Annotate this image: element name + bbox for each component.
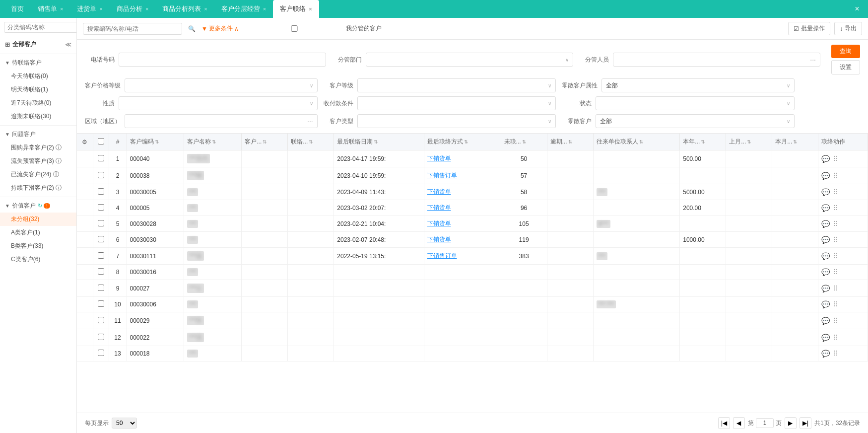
this-year-col-header[interactable]: 本年... ⇅ (680, 134, 726, 150)
page-size-select[interactable]: 50 100 200 (112, 418, 137, 429)
contact-col-header[interactable]: 联络... ⇅ (288, 134, 334, 150)
menu-icon[interactable]: ⠿ (833, 188, 838, 196)
sidebar-item-churn-warn[interactable]: 流失预警客户(3) ⓘ (0, 154, 76, 168)
row-checkbox[interactable] (93, 312, 109, 329)
cust-type-select[interactable]: ∨ (357, 114, 556, 128)
menu-icon[interactable]: ⠿ (833, 252, 838, 260)
retail-cust-select[interactable]: 全部∨ (596, 114, 795, 128)
price-level-select[interactable]: ∨ (125, 78, 318, 92)
sidebar-item-groupB[interactable]: B类客户(33) (0, 239, 76, 253)
reset-button[interactable]: 设置 (831, 60, 860, 74)
row-last-method[interactable] (424, 280, 501, 297)
refresh-icon[interactable]: ↻ (38, 203, 42, 209)
search-icon[interactable]: 🔍 (188, 25, 196, 32)
row-checkbox[interactable] (93, 248, 109, 265)
row-check[interactable] (98, 252, 104, 259)
search-input[interactable] (83, 23, 182, 35)
batch-ops-button[interactable]: ☑ 批量操作 (788, 22, 830, 35)
sidebar-value-group[interactable]: ▼ 价值客户 ↻ ! (0, 199, 76, 213)
close-product-analysis-icon[interactable]: × (145, 6, 148, 12)
nav-customer-segment[interactable]: 客户分层经营 × (214, 0, 273, 18)
sidebar-item-today[interactable]: 今天待联络(0) (0, 70, 76, 83)
prev-page-button[interactable]: ◀ (733, 417, 745, 429)
menu-icon[interactable]: ⠿ (833, 285, 838, 292)
sidebar-pending-group[interactable]: ▼ 待联络客户 (0, 56, 76, 70)
row-last-method[interactable] (424, 312, 501, 329)
window-close-button[interactable]: × (850, 2, 864, 16)
type-col-header[interactable]: 客户... ⇅ (242, 134, 288, 150)
row-last-method[interactable]: 下销货单 (424, 216, 501, 232)
comment-icon[interactable]: 💬 (821, 350, 830, 358)
row-checkbox[interactable] (93, 167, 109, 184)
menu-icon[interactable]: ⠿ (833, 317, 838, 325)
comment-icon[interactable]: 💬 (821, 188, 830, 196)
comment-icon[interactable]: 💬 (821, 334, 830, 342)
row-checkbox[interactable] (93, 216, 109, 232)
comment-icon[interactable]: 💬 (821, 172, 830, 180)
contact-person-col-header[interactable]: 往来单位联系人 ⇅ (593, 134, 680, 150)
status-select[interactable]: ∨ (596, 96, 795, 110)
menu-icon[interactable]: ⠿ (833, 172, 838, 180)
row-check[interactable] (98, 317, 104, 323)
overdue-col-header[interactable]: 逾期... ⇅ (547, 134, 593, 150)
sidebar-item-abnormal[interactable]: 囤购异常客户(2) ⓘ (0, 141, 76, 154)
menu-icon[interactable]: ⠿ (833, 300, 838, 308)
last-date-col-header[interactable]: 最后联络日期 ⇅ (334, 134, 424, 150)
row-check[interactable] (98, 220, 104, 226)
search-button[interactable]: 查询 (831, 45, 860, 58)
sidebar-item-lost[interactable]: 已流失客户(24) ⓘ (0, 168, 76, 181)
row-checkbox[interactable] (93, 346, 109, 361)
comment-icon[interactable]: 💬 (821, 220, 830, 228)
row-checkbox[interactable] (93, 200, 109, 216)
menu-icon[interactable]: ⠿ (833, 155, 838, 163)
last-page-button[interactable]: ▶| (800, 417, 811, 429)
comment-icon[interactable]: 💬 (821, 317, 830, 325)
next-page-button[interactable]: ▶ (785, 417, 797, 429)
person-select[interactable]: ··· (613, 53, 820, 67)
row-checkbox[interactable] (93, 265, 109, 280)
no-days-col-header[interactable]: 未联... ⇅ (501, 134, 547, 150)
this-month-col-header[interactable]: 本月... ⇅ (772, 134, 818, 150)
close-product-list-icon[interactable]: × (204, 6, 207, 12)
comment-icon[interactable]: 💬 (821, 268, 830, 276)
close-customer-contact-icon[interactable]: × (309, 6, 312, 12)
nav-product-analysis-list[interactable]: 商品分析列表 × (155, 0, 214, 18)
row-last-method[interactable]: 下销货单 (424, 200, 501, 216)
menu-icon[interactable]: ⠿ (833, 350, 838, 358)
menu-icon[interactable]: ⠿ (833, 334, 838, 342)
close-sales-icon[interactable]: × (60, 6, 63, 12)
close-customer-segment-icon[interactable]: × (263, 6, 266, 12)
retail-attr-select[interactable]: 全部∨ (601, 78, 795, 92)
page-input[interactable] (756, 418, 774, 428)
nature-select[interactable]: ∨ (119, 96, 318, 110)
row-last-method[interactable]: 下销售订单 (424, 248, 501, 265)
nav-sales[interactable]: 销售单 × (31, 0, 70, 18)
cust-level-select[interactable]: ∨ (357, 78, 556, 92)
comment-icon[interactable]: 💬 (821, 204, 830, 212)
row-check[interactable] (98, 172, 104, 178)
sidebar-all-customers[interactable]: ⊞ 全部客户 ≪ (0, 37, 76, 52)
first-page-button[interactable]: |◀ (718, 417, 730, 429)
payment-select[interactable]: ∨ (357, 96, 556, 110)
sidebar-search-input[interactable] (4, 22, 77, 33)
row-last-method[interactable] (424, 265, 501, 280)
row-checkbox[interactable] (93, 150, 109, 167)
comment-icon[interactable]: 💬 (821, 252, 830, 260)
row-last-method[interactable] (424, 329, 501, 346)
name-col-header[interactable]: 客户名称 ⇅ (184, 134, 242, 150)
row-check[interactable] (98, 350, 104, 356)
row-check[interactable] (98, 285, 104, 291)
export-button[interactable]: ↓ 导出 (834, 22, 862, 35)
sidebar-item-groupC[interactable]: C类客户(6) (0, 253, 76, 266)
row-last-method[interactable] (424, 297, 501, 312)
row-check[interactable] (98, 300, 104, 307)
select-all-checkbox[interactable] (98, 138, 104, 144)
last-month-col-header[interactable]: 上月... ⇅ (726, 134, 772, 150)
row-last-method[interactable]: 下销货单 (424, 184, 501, 200)
row-checkbox[interactable] (93, 329, 109, 346)
sidebar-item-groupA[interactable]: A类客户(1) (0, 226, 76, 239)
nav-customer-contact[interactable]: 客户联络 × (273, 0, 319, 18)
row-checkbox[interactable] (93, 280, 109, 297)
my-customers-checkbox[interactable]: 我分管的客户 (245, 24, 382, 33)
my-customers-check[interactable] (245, 25, 344, 32)
